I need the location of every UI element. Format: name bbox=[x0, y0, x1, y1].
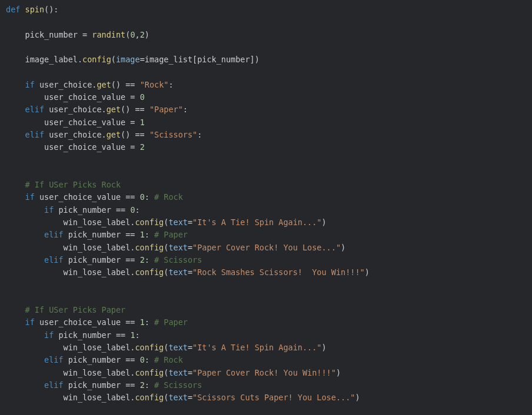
token-cmt: # Scissors bbox=[154, 255, 202, 265]
code-line[interactable]: image_label.config(image=image_list[pick… bbox=[6, 53, 526, 66]
token-plain: = bbox=[188, 217, 192, 227]
code-line[interactable]: user_choice_value = 1 bbox=[6, 116, 526, 129]
token-plain: pick_number bbox=[58, 205, 116, 215]
token-fn: get bbox=[97, 80, 111, 89]
token-cmt: # Paper bbox=[154, 230, 188, 239]
code-line[interactable]: # If USer Picks Rock bbox=[6, 179, 526, 191]
token-plain bbox=[145, 105, 149, 114]
token-kw: if bbox=[25, 317, 39, 327]
indent bbox=[6, 343, 64, 352]
token-plain: : bbox=[135, 205, 140, 215]
token-plain: user_choice. bbox=[39, 80, 97, 89]
token-plain: , bbox=[135, 30, 140, 39]
token-num: 1 bbox=[140, 230, 145, 239]
token-fn: config bbox=[135, 368, 164, 377]
token-cmt: # Paper bbox=[154, 317, 188, 327]
code-line[interactable]: ​ bbox=[6, 292, 526, 304]
code-line[interactable]: if user_choice_value == 0: # Rock bbox=[6, 191, 526, 203]
token-kw: if bbox=[25, 192, 39, 202]
indent bbox=[6, 355, 44, 364]
token-kw: elif bbox=[25, 105, 49, 114]
token-plain: user_choice. bbox=[49, 130, 107, 139]
token-param: image bbox=[116, 55, 140, 64]
indent bbox=[6, 118, 44, 127]
token-fn: get bbox=[107, 130, 121, 139]
token-plain: pick_number bbox=[58, 330, 116, 340]
indent bbox=[6, 105, 25, 114]
token-plain: : bbox=[145, 255, 154, 265]
token-plain: == bbox=[125, 230, 135, 239]
code-line[interactable]: win_lose_label.config(text="It's A Tie! … bbox=[6, 342, 526, 354]
token-plain: ) bbox=[365, 267, 370, 277]
token-str: "Rock" bbox=[140, 80, 169, 89]
code-line[interactable]: ​ bbox=[6, 166, 526, 179]
token-str: "Paper Cover Rock! You Win!!!" bbox=[192, 368, 336, 377]
token-plain: ) bbox=[322, 343, 327, 352]
code-line[interactable]: elif user_choice.get() == "Paper": bbox=[6, 103, 526, 116]
code-line[interactable]: user_choice_value = 2 bbox=[6, 141, 526, 153]
code-line[interactable]: user_choice_value = 0 bbox=[6, 91, 526, 103]
code-line[interactable]: elif pick_number == 1: # Paper bbox=[6, 229, 526, 241]
code-line[interactable]: win_lose_label.config(text="Scissors Cut… bbox=[6, 391, 526, 404]
indent bbox=[6, 230, 44, 239]
token-plain: : bbox=[145, 380, 154, 390]
token-fn: config bbox=[135, 393, 164, 402]
token-str: "Scissors" bbox=[149, 130, 197, 139]
indent bbox=[6, 255, 44, 265]
code-line[interactable]: ​ bbox=[6, 154, 526, 166]
code-line[interactable]: if user_choice_value == 1: # Paper bbox=[6, 316, 526, 329]
token-plain: : bbox=[145, 317, 154, 327]
code-line[interactable]: elif pick_number == 2: # Scissors bbox=[6, 254, 526, 266]
code-line[interactable]: ​ bbox=[6, 279, 526, 292]
token-kw: def bbox=[6, 5, 25, 14]
indent bbox=[6, 368, 64, 377]
code-line[interactable]: elif pick_number == 0: # Rock bbox=[6, 354, 526, 366]
token-param: text bbox=[168, 368, 188, 377]
token-cmt: # Rock bbox=[154, 355, 183, 364]
indent bbox=[6, 30, 25, 39]
code-line[interactable]: ​ bbox=[6, 41, 526, 53]
token-plain: == bbox=[125, 80, 135, 89]
indent bbox=[6, 192, 25, 202]
token-num: 2 bbox=[140, 30, 145, 39]
token-plain: == bbox=[125, 355, 135, 364]
code-editor[interactable]: def spin():​ pick_number = randint(0,2)​… bbox=[0, 0, 532, 415]
token-plain: ( bbox=[111, 55, 116, 64]
code-line[interactable]: pick_number = randint(0,2) bbox=[6, 29, 526, 41]
token-plain: == bbox=[125, 317, 135, 327]
code-line[interactable]: elif user_choice.get() == "Scissors": bbox=[6, 129, 526, 141]
code-line[interactable]: ​ bbox=[6, 16, 526, 28]
token-plain: user_choice_value bbox=[39, 192, 125, 202]
token-plain: : bbox=[145, 192, 154, 202]
token-plain: == bbox=[125, 192, 135, 202]
token-plain: = bbox=[188, 393, 192, 402]
code-line[interactable]: ​ bbox=[6, 66, 526, 78]
token-num: 1 bbox=[130, 330, 135, 340]
token-str: "Paper" bbox=[149, 105, 183, 114]
token-plain: : bbox=[145, 230, 154, 239]
code-line[interactable]: elif pick_number == 2: # Scissors bbox=[6, 379, 526, 391]
code-line[interactable]: win_lose_label.config(text="Rock Smashes… bbox=[6, 266, 526, 279]
token-kw: elif bbox=[44, 230, 68, 239]
code-line[interactable]: win_lose_label.config(text="Paper Cover … bbox=[6, 242, 526, 254]
code-line[interactable]: win_lose_label.config(text="Paper Cover … bbox=[6, 367, 526, 379]
code-line[interactable]: if pick_number == 1: bbox=[6, 329, 526, 342]
token-plain: ) bbox=[336, 368, 341, 377]
code-line[interactable]: def spin(): bbox=[6, 4, 526, 16]
code-line[interactable]: if pick_number == 0: bbox=[6, 204, 526, 216]
token-plain: image_list[pick_number]) bbox=[145, 55, 260, 64]
token-plain: = bbox=[188, 343, 192, 352]
token-fn: config bbox=[135, 343, 164, 352]
code-line[interactable]: # If USer Picks Paper bbox=[6, 304, 526, 316]
token-str: "It's A Tie! Spin Again..." bbox=[192, 343, 321, 352]
token-plain: : bbox=[197, 130, 202, 139]
indent bbox=[6, 180, 25, 189]
token-plain: image_label. bbox=[25, 55, 83, 64]
token-plain: user_choice_value bbox=[44, 118, 130, 127]
token-plain: : bbox=[135, 330, 140, 340]
token-plain: : bbox=[168, 80, 173, 89]
token-plain: pick_number bbox=[68, 230, 126, 239]
code-line[interactable]: win_lose_label.config(text="It's A Tie! … bbox=[6, 216, 526, 229]
code-line[interactable]: if user_choice.get() == "Rock": bbox=[6, 79, 526, 91]
token-plain: : bbox=[145, 355, 154, 364]
